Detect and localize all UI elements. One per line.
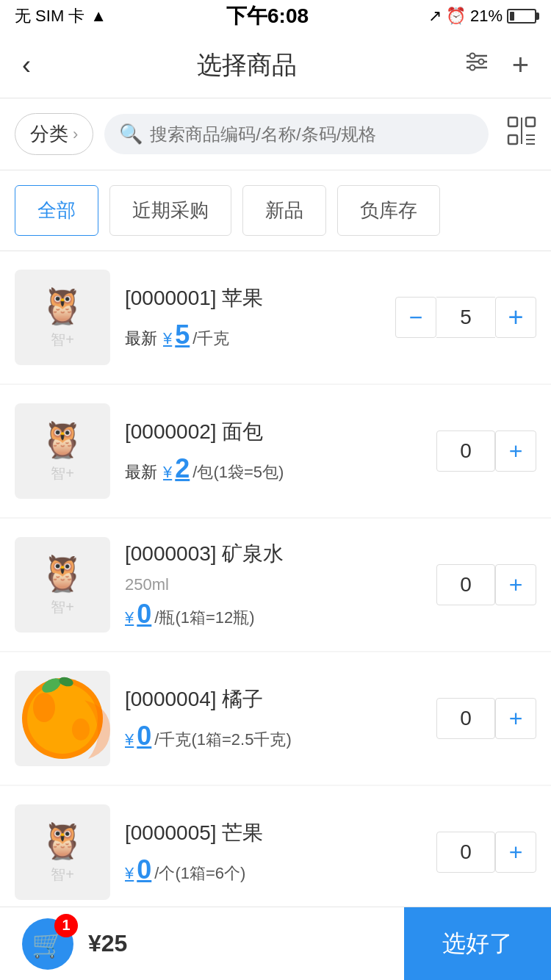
- quantity-control: − +: [395, 297, 536, 338]
- product-spec: 250ml: [125, 575, 422, 594]
- tab-all[interactable]: 全部: [15, 185, 98, 236]
- qty-input[interactable]: [436, 564, 495, 605]
- bottom-bar: 🛒 1 ¥25 选好了: [0, 907, 551, 980]
- qty-increase-button[interactable]: +: [495, 832, 536, 873]
- product-price: 最新 ¥ 2 /包(1袋=5包): [125, 453, 422, 484]
- tab-new[interactable]: 新品: [242, 185, 326, 236]
- scan-icon[interactable]: [507, 116, 536, 152]
- product-image: [15, 671, 110, 766]
- search-bar: 🔍: [104, 114, 489, 154]
- confirm-button[interactable]: 选好了: [404, 907, 551, 980]
- product-image: 🦉 智+: [15, 270, 110, 365]
- owl-icon: 🦉: [40, 286, 84, 327]
- qty-input[interactable]: [436, 430, 495, 472]
- carrier-text: 无 SIM 卡: [15, 5, 84, 27]
- product-item: 🦉 智+ [0000002] 面包 最新 ¥ 2 /包(1袋=5包) +: [0, 385, 551, 517]
- filter-row: 分类 › 🔍: [0, 98, 551, 170]
- tab-row: 全部 近期采购 新品 负库存: [0, 170, 551, 251]
- quantity-control: +: [436, 698, 536, 739]
- price-value: 5: [175, 320, 190, 350]
- product-price: ¥ 0 /个(1箱=6个): [125, 854, 422, 885]
- qty-increase-button[interactable]: +: [495, 430, 536, 472]
- wifi-icon: ▲: [90, 7, 107, 26]
- tab-recent[interactable]: 近期采购: [109, 185, 231, 236]
- chevron-right-icon: ›: [73, 125, 78, 144]
- owl-icon: 🦉: [40, 419, 84, 461]
- product-info: [0000003] 矿泉水 250ml ¥ 0 /瓶(1箱=12瓶): [125, 540, 422, 630]
- svg-point-16: [72, 718, 90, 741]
- owl-icon: 🦉: [40, 553, 84, 594]
- product-price: ¥ 0 /瓶(1箱=12瓶): [125, 599, 422, 630]
- filter-icon[interactable]: [464, 48, 490, 82]
- product-info: [0000005] 芒果 ¥ 0 /个(1箱=6个): [125, 819, 422, 885]
- product-name: [0000001] 苹果: [125, 284, 381, 312]
- product-price: ¥ 0 /千克(1箱=2.5千克): [125, 721, 422, 752]
- price-symbol: ¥: [125, 730, 134, 749]
- price-unit: /包(1袋=5包): [192, 461, 284, 483]
- quantity-control: +: [436, 564, 536, 605]
- svg-point-3: [469, 54, 475, 59]
- battery-icon: [507, 9, 536, 24]
- tab-negative[interactable]: 负库存: [337, 185, 440, 236]
- price-symbol: ¥: [125, 864, 134, 883]
- location-icon: ↗: [428, 7, 442, 26]
- add-button[interactable]: +: [512, 48, 529, 82]
- back-button[interactable]: ‹: [22, 50, 31, 81]
- cart-button[interactable]: 🛒 1: [22, 918, 73, 970]
- battery-percent: 21%: [470, 7, 503, 26]
- status-time: 下午6:08: [226, 2, 309, 30]
- qty-increase-button[interactable]: +: [495, 564, 536, 605]
- status-right: ↗ ⏰ 21%: [428, 7, 536, 26]
- nav-actions: +: [464, 48, 529, 82]
- price-value: 0: [137, 599, 151, 630]
- product-image: 🦉 智+: [15, 537, 110, 633]
- qty-increase-button[interactable]: +: [495, 297, 536, 338]
- owl-text: 智+: [51, 330, 74, 350]
- product-name: [0000002] 面包: [125, 418, 422, 446]
- qty-input[interactable]: [436, 832, 495, 873]
- product-list: 🦉 智+ [0000001] 苹果 最新 ¥ 5 /千克 − + 🦉 智+: [0, 251, 551, 980]
- price-value: 2: [175, 453, 190, 484]
- svg-point-5: [469, 65, 475, 71]
- product-image: 🦉 智+: [15, 403, 110, 499]
- price-symbol: ¥: [125, 608, 134, 627]
- price-unit: /千克(1箱=2.5千克): [154, 729, 291, 751]
- product-info: [0000004] 橘子 ¥ 0 /千克(1箱=2.5千克): [125, 685, 422, 752]
- qty-increase-button[interactable]: +: [495, 698, 536, 739]
- product-item: 🦉 智+ [0000003] 矿泉水 250ml ¥ 0 /瓶(1箱=12瓶) …: [0, 519, 551, 651]
- owl-text: 智+: [51, 865, 74, 884]
- product-price: 最新 ¥ 5 /千克: [125, 320, 381, 350]
- nav-bar: ‹ 选择商品 +: [0, 32, 551, 98]
- price-symbol: ¥: [163, 329, 172, 348]
- product-name: [0000003] 矿泉水: [125, 540, 422, 568]
- product-image: 🦉 智+: [15, 804, 110, 900]
- product-item: 🦉 智+ [0000001] 苹果 最新 ¥ 5 /千克 − +: [0, 251, 551, 383]
- qty-input[interactable]: [436, 297, 495, 338]
- status-bar: 无 SIM 卡 ▲ 下午6:08 ↗ ⏰ 21%: [0, 0, 551, 32]
- svg-rect-8: [508, 135, 517, 144]
- product-name: [0000004] 橘子: [125, 685, 422, 713]
- product-name: [0000005] 芒果: [125, 819, 422, 847]
- category-button[interactable]: 分类 ›: [15, 113, 93, 155]
- search-input[interactable]: [150, 124, 474, 145]
- status-left: 无 SIM 卡 ▲: [15, 5, 107, 27]
- price-symbol: ¥: [163, 463, 172, 482]
- price-label: 最新: [125, 461, 157, 483]
- cart-badge: 1: [54, 914, 78, 937]
- price-unit: /个(1箱=6个): [154, 862, 245, 884]
- search-icon: 🔍: [119, 123, 143, 145]
- cart-area: 🛒 1 ¥25: [0, 918, 404, 970]
- product-item: 🦉 智+ [0000005] 芒果 ¥ 0 /个(1箱=6个) +: [0, 786, 551, 918]
- qty-input[interactable]: [436, 698, 495, 739]
- svg-rect-6: [508, 118, 517, 126]
- product-info: [0000002] 面包 最新 ¥ 2 /包(1袋=5包): [125, 418, 422, 484]
- quantity-control: +: [436, 430, 536, 472]
- price-value: 0: [137, 854, 151, 885]
- svg-point-15: [33, 693, 55, 722]
- price-unit: /瓶(1箱=12瓶): [154, 607, 254, 629]
- alarm-icon: ⏰: [446, 7, 466, 26]
- qty-decrease-button[interactable]: −: [395, 297, 436, 338]
- orange-image: [15, 671, 110, 766]
- price-label: 最新: [125, 328, 157, 350]
- svg-point-4: [478, 60, 483, 65]
